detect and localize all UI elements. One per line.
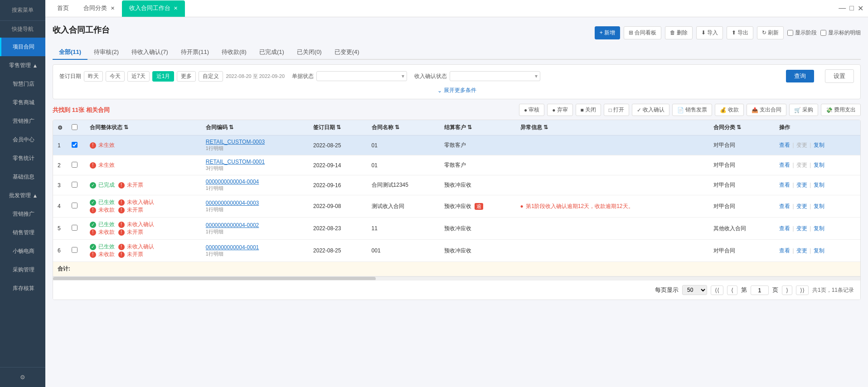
filter-tab-pending-payment[interactable]: 待收款(8) xyxy=(215,45,253,60)
filter-date-yesterday[interactable]: 昨天 xyxy=(84,71,103,82)
op-view-3[interactable]: 查看 xyxy=(779,182,790,188)
op-view-5[interactable]: 查看 xyxy=(779,225,790,232)
op-change-3[interactable]: 变更 xyxy=(796,182,807,188)
sidebar-item-smart-store[interactable]: 智慧门店 xyxy=(0,75,45,93)
contract-link-5[interactable]: 0000000000004-0002 xyxy=(206,222,259,228)
op-change-6[interactable]: 变更 xyxy=(796,247,807,254)
sort-icon-date[interactable]: ⇅ xyxy=(336,124,341,131)
filter-tab-closed[interactable]: 已关闭(0) xyxy=(291,45,328,60)
set-button[interactable]: 设置 xyxy=(825,69,854,83)
page-number-input[interactable] xyxy=(751,285,769,295)
contract-link-6[interactable]: 0000000000004-0001 xyxy=(206,244,259,251)
op-copy-1[interactable]: 复制 xyxy=(814,142,824,148)
close-icon[interactable]: ✕ xyxy=(858,4,863,13)
op-change-4[interactable]: 变更 xyxy=(796,203,807,209)
prev-page-btn[interactable]: ⟨ xyxy=(727,285,737,295)
abandon-button[interactable]: ● 弃审 xyxy=(547,104,572,116)
first-page-btn[interactable]: ⟨⟨ xyxy=(711,285,723,295)
delete-button[interactable]: 🗑 删除 xyxy=(665,26,693,39)
op-view-1[interactable]: 查看 xyxy=(779,142,790,148)
op-change-2[interactable]: 变更 xyxy=(796,162,807,168)
filter-doc-status-select[interactable] xyxy=(316,71,407,81)
show-detail-checkbox[interactable]: 显示标的明细 xyxy=(820,29,861,37)
op-view-4[interactable]: 查看 xyxy=(779,203,790,209)
sidebar-item-marketing[interactable]: 营销推广 xyxy=(0,112,45,131)
export-button[interactable]: ⬆ 导出 xyxy=(727,26,753,39)
filter-tab-pending-confirm[interactable]: 待收入确认(7) xyxy=(125,45,175,60)
tab-home[interactable]: 首页 xyxy=(50,0,76,17)
last-page-btn[interactable]: ⟩⟩ xyxy=(796,285,809,295)
show-fields-checkbox[interactable]: 显示阶段 xyxy=(787,29,817,37)
sidebar-item-xiaochang[interactable]: 小畅电商 xyxy=(0,242,45,261)
search-button[interactable]: 查询 xyxy=(786,70,814,82)
th-checkbox[interactable] xyxy=(67,120,85,135)
sidebar-item-sales-mgmt[interactable]: 销售管理 xyxy=(0,223,45,242)
row-checkbox-6[interactable] xyxy=(67,240,85,262)
filter-date-custom[interactable]: 自定义 xyxy=(199,71,223,82)
op-copy-4[interactable]: 复制 xyxy=(814,203,824,209)
show-detail-input[interactable] xyxy=(820,30,826,36)
row-checkbox-2[interactable] xyxy=(67,155,85,175)
row-checkbox-1[interactable] xyxy=(67,135,85,155)
sort-icon-error[interactable]: ⇅ xyxy=(543,124,548,131)
tab-contract-cat[interactable]: 合同分类 ✕ xyxy=(76,0,122,17)
sort-icon-type[interactable]: ⇅ xyxy=(737,124,741,131)
sidebar-settings-btn[interactable]: ⚙ xyxy=(0,367,45,387)
payout-button[interactable]: 📤 支出合同 xyxy=(747,104,786,116)
sales-invoice-button[interactable]: 📄 销售发票 xyxy=(672,104,712,116)
sort-icon-customer[interactable]: ⇅ xyxy=(467,124,472,131)
filter-tab-pending-invoice[interactable]: 待开票(11) xyxy=(175,45,215,60)
sidebar-item-retail-stat[interactable]: 零售统计 xyxy=(0,149,45,168)
sort-icon-name[interactable]: ⇅ xyxy=(395,124,399,131)
tab-close-income-workbench[interactable]: ✕ xyxy=(174,5,178,11)
filter-expand-btn[interactable]: ⌄ 展开更多条件 xyxy=(437,87,476,94)
op-change-1[interactable]: 变更 xyxy=(796,142,807,148)
review-button[interactable]: ● 审核 xyxy=(519,104,544,116)
sidebar-search[interactable]: 搜索菜单 xyxy=(0,0,45,21)
op-view-2[interactable]: 查看 xyxy=(779,162,790,168)
filter-date-more[interactable]: 更多 xyxy=(177,71,196,82)
filter-date-1month[interactable]: 近1月 xyxy=(152,71,175,82)
sidebar-item-purchase[interactable]: 采购管理 xyxy=(0,261,45,279)
sidebar-item-member[interactable]: 会员中心 xyxy=(0,131,45,149)
collect-button[interactable]: 💰 收款 xyxy=(715,104,744,116)
op-change-5[interactable]: 变更 xyxy=(796,225,807,232)
import-button[interactable]: ⬇ 导入 xyxy=(696,26,723,39)
tab-income-workbench[interactable]: 收入合同工作台 ✕ xyxy=(122,0,185,17)
op-copy-6[interactable]: 复制 xyxy=(814,247,824,254)
filter-date-today[interactable]: 今天 xyxy=(106,71,125,82)
contract-link-2[interactable]: RETAIL_CUSTOM-0001 xyxy=(206,159,265,165)
contract-link-4[interactable]: 0000000000004-0003 xyxy=(206,200,259,206)
sidebar-item-inventory[interactable]: 库存核算 xyxy=(0,279,45,298)
sidebar-item-retail-mgmt[interactable]: 零售管理 ▲ xyxy=(0,56,45,75)
filter-tab-all[interactable]: 全部(11) xyxy=(53,45,87,60)
expense-button[interactable]: 💸 费用支出 xyxy=(821,104,861,116)
filter-tab-completed[interactable]: 已完成(1) xyxy=(253,45,291,60)
sidebar-item-retail-mall[interactable]: 零售商城 xyxy=(0,93,45,112)
contract-link-3[interactable]: 0000000000004-0004 xyxy=(206,179,259,185)
purchase-button[interactable]: 🛒 采购 xyxy=(789,104,818,116)
op-copy-2[interactable]: 复制 xyxy=(814,162,824,168)
table-scrollbar[interactable] xyxy=(53,276,860,280)
row-checkbox-5[interactable] xyxy=(67,218,85,240)
th-settings[interactable]: ⚙ xyxy=(53,120,67,135)
restore-icon[interactable]: □ xyxy=(849,4,854,13)
close-contract-button[interactable]: ■ 关闭 xyxy=(576,104,601,116)
contract-link-1[interactable]: RETAIL_CUSTOM-0003 xyxy=(206,139,265,145)
open-contract-button[interactable]: □ 打开 xyxy=(604,104,629,116)
refresh-button[interactable]: ↻ 刷新 xyxy=(757,26,784,39)
row-checkbox-4[interactable] xyxy=(67,195,85,218)
filter-date-7days[interactable]: 近7天 xyxy=(127,71,150,82)
income-confirm-button[interactable]: ✓ 收入确认 xyxy=(632,104,669,116)
filter-tab-pending-review[interactable]: 待审核(2) xyxy=(87,45,125,60)
sidebar-item-project[interactable]: 项目合同 xyxy=(0,38,45,56)
op-copy-5[interactable]: 复制 xyxy=(814,225,824,232)
op-view-6[interactable]: 查看 xyxy=(779,247,790,254)
sort-icon-code[interactable]: ⇅ xyxy=(229,124,233,131)
kanban-button[interactable]: ⊞ 合同看板 xyxy=(624,26,661,39)
sidebar-item-batch-mgmt[interactable]: 批发管理 ▲ xyxy=(0,186,45,205)
sidebar-item-marketing2[interactable]: 营销推广 xyxy=(0,205,45,223)
add-button[interactable]: + 新增 xyxy=(595,26,620,39)
row-checkbox-3[interactable] xyxy=(67,175,85,195)
filter-income-confirm-select[interactable] xyxy=(450,71,540,81)
